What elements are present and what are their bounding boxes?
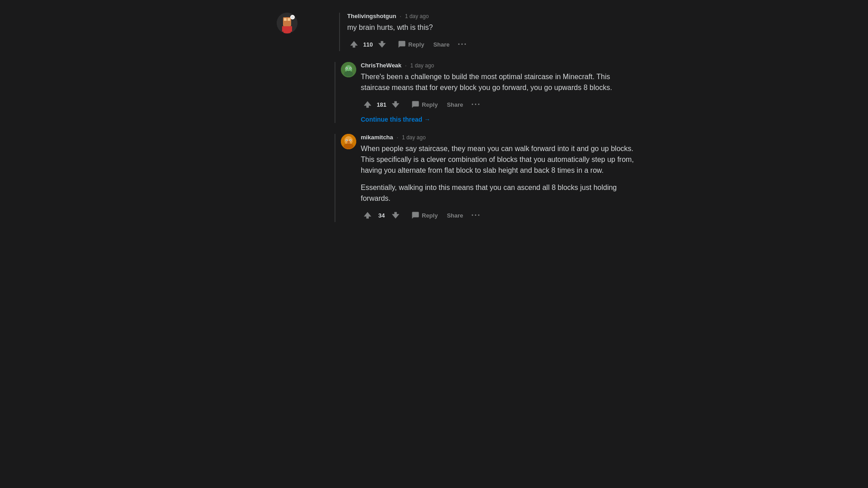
- upvote-icon: [363, 210, 373, 220]
- svg-rect-3: [288, 18, 290, 21]
- chat-icon: [398, 40, 406, 48]
- avatar-svg: [277, 13, 297, 33]
- username: Thelivingshotgun: [347, 13, 396, 19]
- nested-inner: ChrisTheWeak · 1 day ago There's been a …: [341, 62, 637, 123]
- avatar: [277, 13, 297, 33]
- more-button[interactable]: ···: [469, 209, 484, 222]
- downvote-icon: [377, 39, 387, 49]
- svg-point-15: [350, 68, 351, 69]
- svg-point-16: [344, 71, 353, 76]
- top-comment-content: Thelivingshotgun · 1 day ago my brain hu…: [339, 13, 628, 51]
- more-icon: ···: [458, 40, 467, 49]
- reply-label: Reply: [422, 212, 438, 219]
- more-icon: ···: [472, 100, 481, 109]
- comment-body-1: When people say staircase, they mean you…: [361, 143, 637, 176]
- svg-point-24: [344, 143, 354, 149]
- comment-body-2: Essentially, walking into this means tha…: [361, 182, 637, 204]
- avatar-christheweak: [341, 62, 356, 77]
- comment-header: mikamitcha · 1 day ago: [361, 134, 637, 141]
- username: ChrisTheWeak: [361, 62, 401, 69]
- vote-count: 34: [376, 212, 387, 219]
- downvote-icon: [391, 210, 401, 220]
- downvote-button[interactable]: [389, 208, 402, 222]
- share-label: Share: [447, 101, 463, 108]
- svg-point-9: [291, 16, 294, 19]
- avatar-svg: [341, 62, 356, 77]
- comment-top: Thelivingshotgun · 1 day ago my brain hu…: [231, 9, 637, 55]
- svg-point-21: [346, 140, 347, 141]
- reply-button[interactable]: Reply: [408, 99, 441, 110]
- reply-label: Reply: [408, 41, 424, 48]
- comment-header: Thelivingshotgun · 1 day ago: [347, 13, 628, 19]
- avatar-svg: [341, 134, 356, 149]
- svg-point-14: [346, 68, 347, 69]
- continue-thread-label: Continue this thread →: [361, 116, 430, 123]
- svg-rect-7: [283, 26, 291, 33]
- reply-button[interactable]: Reply: [408, 209, 441, 221]
- vote-count: 110: [363, 41, 373, 48]
- comment-actions: 34 Reply Share: [361, 208, 637, 222]
- share-button[interactable]: Share: [429, 39, 453, 50]
- comment-body: There's been a challenge to build the mo…: [361, 71, 637, 93]
- upvote-button[interactable]: [361, 208, 374, 222]
- upvote-button[interactable]: [361, 98, 374, 111]
- comment-nested-1: ChrisTheWeak · 1 day ago There's been a …: [335, 62, 637, 123]
- share-button[interactable]: Share: [443, 210, 467, 221]
- reply-label: Reply: [422, 101, 438, 108]
- downvote-button[interactable]: [375, 38, 389, 51]
- downvote-button[interactable]: [389, 98, 402, 111]
- share-button[interactable]: Share: [443, 99, 467, 110]
- avatar-area: [277, 13, 302, 33]
- username: mikamitcha: [361, 134, 393, 141]
- chat-icon: [411, 211, 420, 219]
- continue-thread-button[interactable]: Continue this thread →: [361, 116, 430, 123]
- nested-content: mikamitcha · 1 day ago When people say s…: [361, 134, 637, 222]
- nested-inner: mikamitcha · 1 day ago When people say s…: [341, 134, 637, 222]
- share-label: Share: [447, 212, 463, 219]
- more-icon: ···: [472, 211, 481, 220]
- timestamp: 1 day ago: [410, 62, 434, 69]
- top-left-area: [240, 13, 339, 51]
- upvote-button[interactable]: [347, 38, 361, 51]
- share-label: Share: [433, 41, 449, 48]
- comment-actions: 110 Reply Share ··: [347, 38, 628, 51]
- chat-icon: [411, 100, 420, 109]
- more-button[interactable]: ···: [469, 98, 484, 111]
- svg-point-22: [350, 140, 351, 141]
- svg-point-23: [347, 141, 350, 143]
- downvote-icon: [391, 99, 401, 109]
- timestamp: 1 day ago: [402, 134, 426, 141]
- timestamp: 1 day ago: [405, 13, 429, 19]
- nested-content: ChrisTheWeak · 1 day ago There's been a …: [361, 62, 637, 123]
- page-container: Thelivingshotgun · 1 day ago my brain hu…: [231, 0, 637, 231]
- comment-body: my brain hurts, wth is this?: [347, 22, 628, 33]
- svg-rect-4: [285, 22, 289, 24]
- vote-section: 34: [361, 208, 402, 222]
- comment-actions: 181 Reply Share: [361, 98, 637, 111]
- vote-count: 181: [376, 101, 387, 108]
- comment-nested-2: mikamitcha · 1 day ago When people say s…: [335, 134, 637, 222]
- svg-rect-2: [284, 18, 287, 21]
- reply-button[interactable]: Reply: [394, 38, 428, 50]
- comment-header: ChrisTheWeak · 1 day ago: [361, 62, 637, 69]
- avatar-mikamitcha: [341, 134, 356, 149]
- upvote-icon: [349, 39, 359, 49]
- upvote-icon: [363, 99, 373, 109]
- vote-section: 110: [347, 38, 389, 51]
- vote-section: 181: [361, 98, 402, 111]
- more-button[interactable]: ···: [455, 38, 470, 51]
